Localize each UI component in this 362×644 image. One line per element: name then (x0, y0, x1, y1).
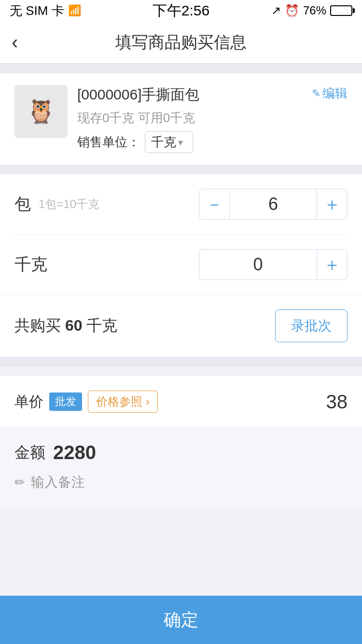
price-left: 单价 批发 价格参照 › (14, 391, 158, 413)
pack-label-text: 包 (14, 193, 31, 215)
battery-percent: 76% (303, 4, 326, 17)
price-ref-label: 价格参照 › (96, 394, 150, 409)
product-logo-icon: 🦉 (27, 98, 56, 125)
wifi-icon: 📶 (68, 4, 81, 17)
pack-minus-button[interactable]: － (199, 189, 230, 220)
input-section: 包 1包=10千克 － ＋ 千克 ＋ (0, 174, 362, 294)
status-time: 下午2:56 (153, 1, 209, 21)
unit-value: 千克 (151, 134, 176, 151)
amount-label: 金额 (14, 442, 45, 463)
kg-stepper: ＋ (199, 249, 348, 280)
total-label: 共购买 (14, 317, 61, 334)
total-value: 60 (65, 317, 86, 334)
status-bar: 无 SIM 卡 📶 下午2:56 ↗ ⏰ 76% (0, 0, 362, 21)
carrier-text: 无 SIM 卡 (10, 2, 64, 19)
pack-stepper: － ＋ (199, 189, 348, 220)
pack-hint: 1包=10千克 (39, 196, 99, 212)
unit-select[interactable]: 千克 ▾ (145, 131, 193, 153)
edit-button[interactable]: ✎ 编辑 (312, 85, 348, 102)
total-text: 共购买 60 千克 (14, 315, 117, 336)
price-tag: 批发 (49, 392, 82, 411)
pack-label: 包 1包=10千克 (14, 193, 99, 215)
price-section: 单价 批发 价格参照 › 38 (0, 376, 362, 427)
location-icon: ↗ (271, 4, 281, 17)
nav-bar: ‹ 填写商品购买信息 (0, 21, 362, 64)
batch-label: 录批次 (291, 318, 332, 333)
top-divider (0, 64, 362, 73)
pack-input-row: 包 1包=10千克 － ＋ (14, 174, 348, 235)
alarm-icon: ⏰ (285, 4, 299, 17)
page-title: 填写商品购买信息 (115, 31, 247, 54)
product-unit-row: 销售单位： 千克 ▾ (77, 131, 348, 153)
battery-icon (330, 5, 352, 16)
edit-icon: ✎ (312, 87, 320, 100)
price-value: 38 (326, 391, 348, 413)
batch-button[interactable]: 录批次 (275, 309, 348, 342)
product-card: 🦉 [0000006]手撕面包 现存0千克 可用0千克 销售单位： 千克 ▾ ✎… (0, 73, 362, 165)
total-unit: 千克 (86, 317, 117, 334)
product-name: [0000006]手撕面包 (77, 85, 348, 105)
pack-plus-button[interactable]: ＋ (317, 189, 348, 220)
note-label: 输入备注 (31, 473, 85, 491)
price-label: 单价 (14, 392, 43, 412)
amount-section: 金额 2280 ✏ 输入备注 (0, 427, 362, 506)
status-right: ↗ ⏰ 76% (271, 4, 352, 17)
chevron-down-icon: ▾ (178, 137, 183, 148)
product-stock: 现存0千克 可用0千克 (77, 110, 348, 126)
product-image: 🦉 (14, 85, 68, 138)
pack-input[interactable] (230, 189, 317, 220)
status-carrier: 无 SIM 卡 📶 (10, 2, 81, 19)
kg-plus-button[interactable]: ＋ (317, 249, 348, 280)
kg-input[interactable] (199, 249, 317, 280)
amount-value: 2280 (53, 442, 96, 463)
total-batch-section: 共购买 60 千克 录批次 (0, 294, 362, 357)
back-button[interactable]: ‹ (12, 31, 18, 53)
amount-row: 金额 2280 (14, 442, 348, 463)
confirm-button[interactable]: 确定 (0, 596, 362, 644)
price-ref-button[interactable]: 价格参照 › (88, 391, 158, 413)
note-row[interactable]: ✏ 输入备注 (14, 473, 348, 491)
unit-label: 销售单位： (77, 134, 140, 151)
confirm-label: 确定 (164, 608, 198, 632)
edit-label: 编辑 (322, 85, 348, 102)
mid-divider-2 (0, 357, 362, 366)
kg-label: 千克 (14, 253, 47, 276)
kg-label-text: 千克 (14, 253, 47, 276)
product-info: [0000006]手撕面包 现存0千克 可用0千克 销售单位： 千克 ▾ (77, 85, 348, 153)
mid-divider-1 (0, 165, 362, 174)
pencil-icon: ✏ (14, 475, 25, 490)
kg-input-row: 千克 ＋ (14, 235, 348, 294)
